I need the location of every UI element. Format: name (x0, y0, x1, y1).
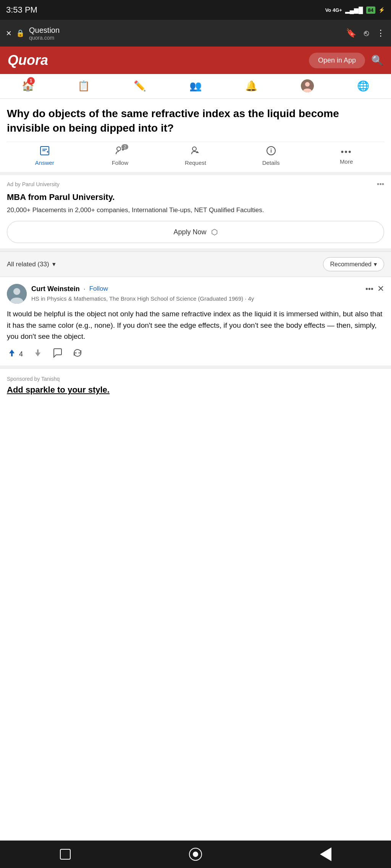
sponsored-label: Sponsored by Tanishq (7, 376, 384, 382)
more-label: More (340, 158, 353, 165)
external-link-icon: ⬡ (211, 227, 218, 237)
answer-action[interactable]: Answer (7, 146, 82, 166)
language-icon: 🌐 (357, 80, 369, 92)
author-avatar (7, 284, 27, 304)
details-icon: i (266, 146, 276, 158)
answer-text: It would be helpful is the object not on… (7, 308, 384, 342)
action-bar: Answer 2 Follow Req (7, 142, 384, 168)
comment-icon (53, 348, 63, 360)
answer-close-button[interactable]: ✕ (377, 284, 384, 294)
browser-actions: 🔖 ⎋ ⋮ (346, 28, 385, 38)
downvote-action[interactable] (33, 348, 43, 360)
filter-right: Recommended ▾ (323, 257, 385, 271)
svg-point-5 (117, 147, 121, 151)
chevron-down-icon: ▾ (52, 260, 56, 268)
details-label: Details (262, 159, 280, 166)
nav-item-home[interactable]: 🏠 1 (0, 74, 56, 98)
nav-bar: 🏠 1 📋 ✏️ 👥 🔔 🌐 (0, 74, 391, 99)
notification-icon: 🔔 (245, 80, 257, 92)
question-title: Why do objects of the same refractive in… (7, 106, 384, 135)
answer-author: Curt Weinstein · Follow ••• ✕ HS in Phys… (7, 284, 384, 304)
share-browser-icon[interactable]: ⎋ (364, 28, 369, 38)
author-name: Curt Weinstein (31, 285, 80, 293)
comment-action[interactable] (53, 348, 63, 360)
follow-action[interactable]: 2 Follow (82, 146, 158, 166)
bookmark-icon[interactable]: 🔖 (346, 28, 356, 38)
profile-avatar (301, 79, 314, 92)
status-bar: 3:53 PM Vo 4G+ ▂▄▆█ 84 ⚡ (0, 0, 391, 20)
filter-left[interactable]: All related (33) ▾ (7, 260, 56, 268)
battery-icon: 84 (366, 6, 375, 14)
ad-header: Ad by Parul University ••• (7, 180, 384, 188)
recommended-label: Recommended (330, 261, 372, 268)
square-icon (60, 849, 71, 860)
all-related-label: All related (33) (7, 261, 49, 268)
url-title: Question (29, 26, 341, 35)
search-icon[interactable]: 🔍 (371, 55, 383, 66)
upvote-icon (7, 348, 17, 360)
nav-item-feed[interactable]: 📋 (56, 74, 111, 98)
nav-item-language[interactable]: 🌐 (335, 74, 391, 98)
close-button[interactable]: × (6, 28, 11, 39)
follow-count-badge: 2 (121, 144, 128, 150)
url-info: Question quora.com (29, 26, 341, 41)
write-icon: ✏️ (134, 80, 146, 92)
open-in-app-button[interactable]: Open in App (309, 53, 365, 68)
nav-item-spaces[interactable]: 👥 (168, 74, 223, 98)
quora-header: Quora Open in App 🔍 (0, 47, 391, 74)
nav-item-profile[interactable] (279, 74, 335, 98)
author-more-button[interactable]: ••• (365, 285, 373, 293)
nav-back-button[interactable] (314, 846, 337, 863)
ad-title: MBA from Parul University. (7, 192, 384, 202)
recommended-button[interactable]: Recommended ▾ (323, 257, 385, 271)
answer-actions: 4 (7, 348, 384, 360)
nav-badge: 1 (27, 77, 35, 85)
details-action[interactable]: i Details (233, 146, 309, 166)
author-info: Curt Weinstein · Follow ••• ✕ HS in Phys… (31, 284, 384, 303)
svg-point-8 (192, 147, 196, 151)
refresh-icon (73, 348, 82, 360)
more-icon: ••• (341, 147, 352, 157)
charging-icon: ⚡ (378, 7, 385, 13)
author-name-row: Curt Weinstein · Follow ••• ✕ (31, 284, 384, 294)
sponsored-section: Sponsored by Tanishq Add sparkle to your… (0, 369, 391, 400)
triangle-icon (320, 847, 331, 861)
author-follow-button[interactable]: Follow (89, 285, 108, 293)
spaces-icon: 👥 (189, 80, 202, 92)
svg-point-1 (305, 82, 310, 87)
request-label: Request (185, 159, 206, 166)
nav-item-write[interactable]: ✏️ (112, 74, 168, 98)
status-time: 3:53 PM (6, 5, 37, 15)
circle-icon (189, 848, 202, 861)
nav-home-button[interactable] (184, 846, 207, 863)
author-meta: HS in Physics & Mathematics, The Bronx H… (31, 295, 384, 303)
ad-more-icon[interactable]: ••• (377, 180, 384, 188)
filter-bar: All related (33) ▾ Recommended ▾ (0, 251, 391, 277)
ad-label: Ad by Parul University (7, 181, 60, 187)
more-browser-icon[interactable]: ⋮ (376, 28, 385, 38)
ad-description: 20,000+ Placements in 2,000+ companies, … (7, 205, 384, 215)
request-action[interactable]: Request (158, 146, 233, 166)
share-action[interactable] (73, 348, 82, 360)
answer-icon (40, 146, 50, 158)
svg-point-12 (13, 288, 20, 295)
downvote-icon (33, 348, 43, 360)
more-action[interactable]: ••• More (309, 147, 384, 165)
follow-icon: 2 (115, 146, 125, 158)
sponsored-title[interactable]: Add sparkle to your style. (7, 385, 384, 395)
upvote-action[interactable]: 4 (7, 348, 23, 360)
nav-item-notifications[interactable]: 🔔 (223, 74, 279, 98)
chevron-down-icon: ▾ (374, 261, 377, 268)
apply-label: Apply Now (173, 228, 206, 236)
signal-icon: ▂▄▆█ (345, 6, 363, 14)
ad-section: Ad by Parul University ••• MBA from Paru… (0, 172, 391, 252)
nav-square-button[interactable] (54, 846, 77, 863)
network-icon: Vo 4G+ (325, 7, 342, 13)
svg-text:i: i (270, 148, 272, 154)
vote-count: 4 (19, 350, 23, 358)
apply-now-button[interactable]: Apply Now ⬡ (7, 221, 384, 243)
quora-logo: Quora (8, 52, 48, 68)
question-section: Why do objects of the same refractive in… (0, 99, 391, 172)
answer-label: Answer (35, 159, 54, 166)
follow-label: Follow (112, 159, 128, 166)
